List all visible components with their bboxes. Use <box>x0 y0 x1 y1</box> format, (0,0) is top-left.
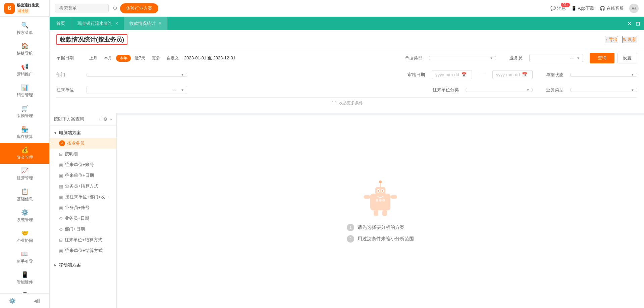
review-date-end[interactable]: yyyy-mm-dd 📅 <box>492 70 533 79</box>
tab-bank[interactable]: 现金银行流水查询 ✕ <box>72 17 124 30</box>
sidebar-collapse-btn[interactable]: ◀II <box>34 298 41 304</box>
counterpart-category-select[interactable]: ▼ <box>466 88 533 92</box>
scheme-item-dept-date-label: 部门+日期 <box>65 226 85 232</box>
counterpart-settlement2-icon: ▣ <box>59 248 63 253</box>
scheme-item-counterpart-dept[interactable]: ▣ 按往来单位+部门+收... <box>50 192 116 202</box>
review-date-calendar-icon[interactable]: 📅 <box>461 72 467 77</box>
doc-status-chevron-icon: ▼ <box>631 73 634 76</box>
sidebar-item-hardware[interactable]: 📱 智能硬件 <box>0 268 49 289</box>
desktop-group-title[interactable]: ▼ 电脑端方案 <box>50 128 116 138</box>
date-range-text: 2023-01-01 至 2023-12-31 <box>184 55 235 61</box>
business-type-select[interactable]: ▼ <box>570 88 637 92</box>
svg-rect-13 <box>374 210 378 216</box>
svg-point-4 <box>378 190 379 192</box>
trial-button[interactable]: 体验行业方案 <box>120 3 158 13</box>
tab-collection-close-icon[interactable]: ✕ <box>158 21 162 26</box>
tab-window-close-icon[interactable]: ✕ <box>627 20 632 27</box>
sidebar-item-purchase[interactable]: 🛒 采购管理 <box>0 101 49 122</box>
export-button[interactable]: ↑ 导出 <box>605 36 619 43</box>
search-input[interactable] <box>55 4 109 12</box>
scheme-collapse-icon[interactable]: « <box>110 116 112 122</box>
svg-rect-9 <box>390 195 397 199</box>
svg-point-10 <box>376 199 378 202</box>
review-date-end-value: yyyy-mm-dd <box>496 72 520 77</box>
date-btn-7days[interactable]: 近7天 <box>132 55 148 62</box>
salesperson-settlement-icon: ▦ <box>59 184 63 189</box>
refresh-icon: ↻ <box>623 37 627 42</box>
doc-status-select[interactable]: ▼ <box>570 73 637 77</box>
sidebar-item-inventory[interactable]: 🏪 库存核算 <box>0 122 49 143</box>
refresh-button[interactable]: ↻ 刷新 <box>622 36 637 43</box>
app-download-btn[interactable]: 📱 App下载 <box>571 5 594 11</box>
scheme-item-salesperson[interactable]: ↺ 按业务员 <box>50 138 116 149</box>
date-btn-custom[interactable]: 自定义 <box>164 55 181 62</box>
query-button[interactable]: 查询 <box>590 53 614 63</box>
sidebar-item-operation[interactable]: 📈 经营管理 <box>0 164 49 185</box>
notification-area[interactable]: 💬 消息 99+ <box>550 5 566 11</box>
salesperson-select[interactable]: ··· ▼ <box>529 54 583 62</box>
scheme-item-salesperson-date[interactable]: ⊙ 业务员+日期 <box>50 213 116 224</box>
tab-collection[interactable]: 收款情况统计 ✕ <box>124 17 167 30</box>
tab-collection-label: 收款情况统计 <box>129 20 156 27</box>
counterpart-select[interactable]: ··· ▼ <box>87 86 187 94</box>
sidebar-item-basic[interactable]: 📋 基础信息 <box>0 185 49 205</box>
counterpart-date-icon: ▣ <box>59 173 63 178</box>
review-date-start[interactable]: yyyy-mm-dd 📅 <box>432 70 472 79</box>
sidebar-item-quicknav[interactable]: 🏠 快捷导航 <box>0 39 49 60</box>
tab-home[interactable]: 首页 <box>50 17 72 30</box>
date-label: 单据日期 <box>56 55 80 61</box>
scheme-item-salesperson-settlement[interactable]: ▦ 业务员+结算方式 <box>50 181 116 192</box>
desktop-group-arrow-icon: ▼ <box>54 131 57 135</box>
message-icon: 💬 <box>550 6 556 11</box>
filter-row-3: 往来单位 ··· ▼ 往来单位分类 ▼ 业务类型 ▼ <box>56 83 637 97</box>
collapse-bar[interactable]: ⌃⌃ 收起更多条件 <box>56 97 637 109</box>
svg-point-7 <box>379 181 382 183</box>
sidebar-label-operation: 经营管理 <box>17 175 33 181</box>
logo-area: 6 畅捷通好生意 标准版 <box>0 0 49 17</box>
finance-icon: 💰 <box>21 146 29 154</box>
sidebar-item-marketing[interactable]: 📢 营销推广 <box>0 60 49 81</box>
scheme-item-counterpart-account[interactable]: ▣ 往来单位+账号 <box>50 159 116 170</box>
doc-status-label: 单据状态 <box>546 72 564 78</box>
scheme-item-detail[interactable]: ⊞ 按明细 <box>50 149 116 159</box>
sidebar-item-guide[interactable]: 📖 新手引导 <box>0 247 49 268</box>
sidebar-item-wechat[interactable]: 💬 企业微信 <box>0 289 49 293</box>
date-btn-more[interactable]: 更多 <box>149 55 163 62</box>
scheme-settings-icon[interactable]: ⚙ <box>103 116 108 122</box>
sidebar-item-enterprise[interactable]: 🤝 企业协同 <box>0 226 49 247</box>
add-scheme-icon[interactable]: + <box>98 116 101 122</box>
empty-step-2: 2 用过滤条件来缩小分析范围 <box>347 235 414 243</box>
department-select[interactable]: ▼ <box>87 73 187 77</box>
left-panel-actions: + ⚙ « <box>98 116 112 122</box>
setting-button[interactable]: 设置 <box>617 53 637 63</box>
sidebar-label-purchase: 采购管理 <box>17 113 33 119</box>
scheme-item-counterpart-settlement2[interactable]: ▣ 往来单位+结算方式 <box>50 245 116 256</box>
scheme-item-salesperson-account[interactable]: ▣ 业务员+账号 <box>50 202 116 213</box>
logo-icon: 6 <box>4 3 15 14</box>
notification-badge: 99+ <box>561 3 570 7</box>
sidebar-item-finance[interactable]: 💰 资金管理 <box>0 143 49 164</box>
scheme-item-salesperson-label: 按业务员 <box>67 140 85 146</box>
tab-window-expand-icon[interactable]: ⊡ <box>636 20 640 27</box>
date-btn-this-month[interactable]: 本月 <box>101 55 115 62</box>
settings-gear-icon[interactable]: ⚙ <box>113 5 117 11</box>
sidebar-item-system[interactable]: ⚙️ 系统管理 <box>0 205 49 226</box>
mobile-group-title[interactable]: ▼ 移动端方案 <box>50 260 116 270</box>
scheme-item-counterpart-date[interactable]: ▣ 往来单位+日期 <box>50 170 116 181</box>
sidebar-item-search[interactable]: 🔍 搜索菜单 <box>0 18 49 39</box>
sidebar-settings-btn[interactable]: ⚙️ <box>9 298 16 304</box>
tab-bank-close-icon[interactable]: ✕ <box>115 21 118 26</box>
scheme-item-dept-date[interactable]: ⊙ 部门+日期 <box>50 224 116 235</box>
user-avatar[interactable]: Rit <box>629 4 639 13</box>
sidebar-item-sales[interactable]: 📊 销售管理 <box>0 81 49 101</box>
filter-actions: 查询 设置 <box>590 53 637 63</box>
scheme-item-counterpart-settlement1[interactable]: ⊞ 往来单位+结算方式 <box>50 235 116 245</box>
date-btn-last-month[interactable]: 上月 <box>87 55 100 62</box>
date-btn-this-year[interactable]: 本年 <box>116 55 131 62</box>
doc-type-select[interactable]: ▼ <box>429 56 496 60</box>
svg-rect-14 <box>382 210 387 216</box>
review-date-calendar2-icon[interactable]: 📅 <box>522 72 527 77</box>
counterpart-category-label: 往来单位分类 <box>433 87 459 93</box>
doc-type-label: 单据类型 <box>405 55 422 61</box>
online-service-btn[interactable]: 🎧 在线客服 <box>600 5 624 11</box>
